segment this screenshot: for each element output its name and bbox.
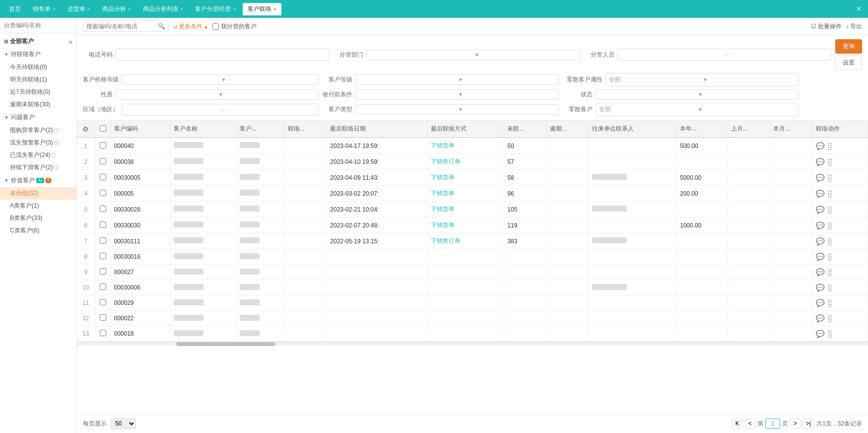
close-purchase-tab[interactable]: × <box>87 6 90 12</box>
close-customer-contact-tab[interactable]: × <box>273 6 276 12</box>
my-customers-checkbox[interactable] <box>212 23 219 30</box>
tab-sales[interactable]: 销售单 × <box>28 3 61 15</box>
chat-icon[interactable]: 💬 <box>816 284 824 291</box>
sidebar-collapse-btn[interactable]: « <box>68 38 72 46</box>
column-settings-btn[interactable]: ⚙ <box>82 125 89 133</box>
chat-icon[interactable]: 💬 <box>816 221 824 229</box>
chat-icon[interactable]: 💬 <box>816 299 824 307</box>
close-sales-tab[interactable]: × <box>53 6 56 12</box>
tab-analysis[interactable]: 商品分析 × <box>97 3 136 15</box>
customer-level-select[interactable]: ▼ <box>355 74 558 85</box>
more-icon[interactable]: ⣿ <box>827 253 832 261</box>
contact-method-link[interactable]: 下销售订单 <box>431 158 461 165</box>
batch-ops-btn[interactable]: ☑ 批量操作 <box>811 22 842 31</box>
row-select-checkbox[interactable] <box>100 158 106 164</box>
sidebar-item-ungrouped[interactable]: 未分组(32) <box>0 187 76 200</box>
contact-method-link[interactable]: 下销货单 <box>431 221 455 228</box>
more-icon[interactable]: ⣿ <box>827 158 832 166</box>
sidebar-item-tomorrow-pending[interactable]: 明天待联络(1) <box>0 73 76 86</box>
row-select-checkbox[interactable] <box>100 237 106 244</box>
more-icon[interactable]: ⣿ <box>827 174 832 182</box>
tab-analysis-list[interactable]: 商品分析列表 × <box>138 3 189 15</box>
last-page-btn[interactable]: >| <box>802 419 814 429</box>
row-select-checkbox[interactable] <box>100 206 106 212</box>
tab-purchase[interactable]: 进货单 × <box>63 3 95 15</box>
row-select-checkbox[interactable] <box>100 284 106 290</box>
phone-input[interactable] <box>116 49 330 61</box>
contact-method-link[interactable]: 下销货单 <box>431 174 455 181</box>
scroll-thumb[interactable] <box>176 342 275 346</box>
sidebar-item-abnormal[interactable]: 囤购异常客户(2) ⓘ <box>0 124 76 137</box>
more-icon[interactable]: ⣿ <box>827 237 832 245</box>
sidebar-item-7days-pending[interactable]: 近7天待联络(0) <box>0 86 76 98</box>
sidebar-item-churned[interactable]: 已流失客户(24) ⓘ <box>0 149 76 161</box>
tab-customer-segment[interactable]: 客户分层经营 × <box>190 3 241 15</box>
sidebar-item-class-a[interactable]: A类客户(1) <box>0 200 76 212</box>
chat-icon[interactable]: 💬 <box>816 190 824 198</box>
manager-select[interactable]: ··· <box>617 49 831 61</box>
more-icon[interactable]: ⣿ <box>827 206 832 214</box>
customer-type-select[interactable]: ▼ <box>355 104 558 115</box>
more-icon[interactable]: ⣿ <box>827 314 832 322</box>
scatter-customer-select[interactable]: 全部 ▼ <box>596 103 799 116</box>
row-select-checkbox[interactable] <box>100 330 106 336</box>
more-icon[interactable]: ⣿ <box>827 221 832 229</box>
next-page-btn[interactable]: > <box>790 419 801 429</box>
more-conditions-btn[interactable]: ⊿ 更多条件 ▲ <box>173 22 208 31</box>
prev-page-btn[interactable]: < <box>745 419 755 429</box>
contact-method-link[interactable]: 下销货单 <box>431 142 455 149</box>
page-input[interactable] <box>765 419 780 429</box>
close-analysis-tab[interactable]: × <box>128 6 131 12</box>
close-all-button[interactable]: × <box>854 3 864 14</box>
contact-method-link[interactable]: 下销售订单 <box>431 237 461 244</box>
sidebar-item-class-c[interactable]: C类客户(6) <box>0 224 76 237</box>
nature-select[interactable]: ▼ <box>116 89 319 100</box>
chat-icon[interactable]: 💬 <box>816 314 824 322</box>
chat-icon[interactable]: 💬 <box>816 142 824 150</box>
horizontal-scrollbar[interactable] <box>77 342 868 346</box>
dept-select[interactable]: ▼ <box>366 50 580 60</box>
row-select-checkbox[interactable] <box>100 314 106 321</box>
sidebar-item-overdue-uncontacted[interactable]: 逾期未联络(30) <box>0 98 76 111</box>
close-customer-segment-tab[interactable]: × <box>233 6 236 12</box>
scatter-attr-select[interactable]: 全部 ▼ <box>605 73 799 86</box>
close-analysis-list-tab[interactable]: × <box>181 6 184 12</box>
query-button[interactable]: 查询 <box>835 39 862 54</box>
chat-icon[interactable]: 💬 <box>816 158 824 166</box>
my-customers-filter[interactable]: 我分管的客户 <box>212 22 257 31</box>
sidebar-search-input[interactable] <box>4 22 77 29</box>
filter-search-input[interactable] <box>86 23 156 30</box>
chat-icon[interactable]: 💬 <box>816 206 824 214</box>
first-page-btn[interactable]: K <box>732 419 743 429</box>
more-icon[interactable]: ⣿ <box>827 268 832 276</box>
contact-method-link[interactable]: 下销货单 <box>431 190 455 197</box>
reset-button[interactable]: 设置 <box>835 56 862 70</box>
tab-customer-contact[interactable]: 客户联络 × <box>243 3 281 15</box>
sidebar-group-problem[interactable]: ▼ 问题客户 <box>0 111 76 124</box>
tab-home[interactable]: 首页 <box>4 3 26 15</box>
export-btn[interactable]: ↓ 导出 <box>846 22 862 31</box>
more-icon[interactable]: ⣿ <box>827 284 832 291</box>
sidebar-item-churn-warning[interactable]: 流失预警客户(3) ⓘ <box>0 137 76 149</box>
more-icon[interactable]: ⣿ <box>827 299 832 307</box>
row-select-checkbox[interactable] <box>100 253 106 259</box>
select-all-checkbox[interactable] <box>100 125 106 132</box>
sidebar-item-class-b[interactable]: B类客户(33) <box>0 212 76 224</box>
payment-select[interactable]: ▼ <box>355 89 558 100</box>
row-select-checkbox[interactable] <box>100 268 106 275</box>
row-select-checkbox[interactable] <box>100 221 106 228</box>
sidebar-item-today-pending[interactable]: 今天待联络(0) <box>0 61 76 73</box>
per-page-select[interactable]: 50 10 20 100 <box>111 418 136 429</box>
all-customers-header[interactable]: ⊞ 全部客户 « <box>0 33 76 48</box>
sidebar-item-declining[interactable]: 持续下滑客户(2) ⓘ <box>0 161 76 174</box>
more-icon[interactable]: ⣿ <box>827 330 832 338</box>
price-level-select[interactable]: ▼ <box>122 74 319 85</box>
chat-icon[interactable]: 💬 <box>816 253 824 261</box>
row-select-checkbox[interactable] <box>100 174 106 180</box>
chat-icon[interactable]: 💬 <box>816 330 824 338</box>
more-icon[interactable]: ⣿ <box>827 190 832 198</box>
chat-icon[interactable]: 💬 <box>816 174 824 182</box>
row-select-checkbox[interactable] <box>100 299 106 305</box>
row-select-checkbox[interactable] <box>100 190 106 196</box>
sidebar-group-value[interactable]: ▼ 价值客户 ↻ ! <box>0 174 76 187</box>
